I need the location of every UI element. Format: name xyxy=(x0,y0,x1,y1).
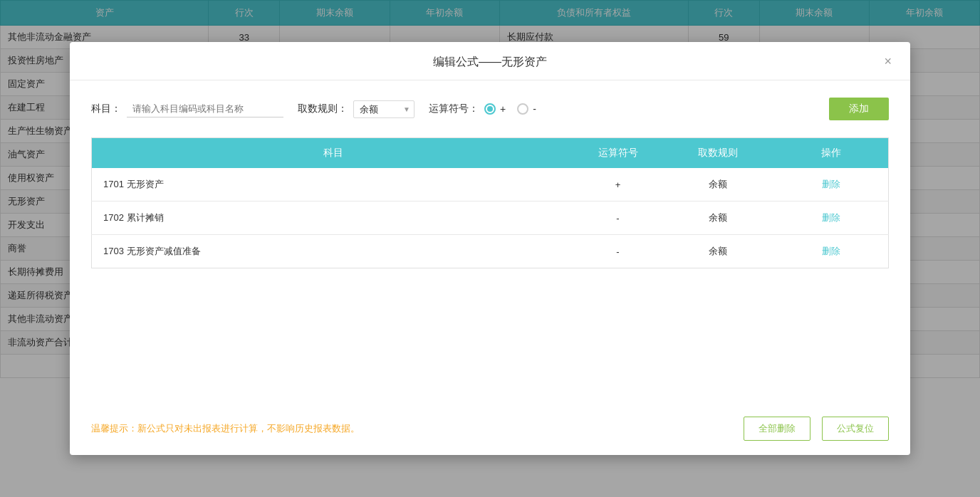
delete-row-button[interactable]: 删除 xyxy=(822,178,840,191)
modal-overlay: 编辑公式——无形资产 × 科目： 取数规则： 余额 借方 xyxy=(0,0,980,497)
operator-minus-item[interactable]: - xyxy=(517,103,536,115)
table-cell-operator: - xyxy=(575,235,661,268)
subject-form-group: 科目： xyxy=(91,100,283,117)
table-cell-action: 删除 xyxy=(775,235,889,268)
modal-dialog: 编辑公式——无形资产 × 科目： 取数规则： 余额 借方 xyxy=(70,42,910,455)
operator-minus-label: - xyxy=(533,103,536,115)
operator-plus-item[interactable]: + xyxy=(484,103,506,115)
table-cell-operator: + xyxy=(575,168,661,202)
table-cell-rule: 余额 xyxy=(661,202,775,235)
operator-radio-group: + - xyxy=(484,103,536,115)
operator-plus-radio xyxy=(484,103,496,115)
modal-footer: 温馨提示：新公式只对未出报表进行计算，不影响历史报表数据。 全部删除 公式复位 xyxy=(70,405,910,455)
tip-text: 温馨提示：新公式只对未出报表进行计算，不影响历史报表数据。 xyxy=(91,422,360,435)
rule-label: 取数规则： xyxy=(298,103,348,115)
delete-row-button[interactable]: 删除 xyxy=(822,245,840,258)
add-button[interactable]: 添加 xyxy=(829,98,889,120)
table-cell-subject: 1702 累计摊销 xyxy=(92,202,575,235)
table-row: 1702 累计摊销-余额删除 xyxy=(92,202,889,235)
table-header-operator: 运算符号 xyxy=(575,138,661,169)
table-cell-rule: 余额 xyxy=(661,235,775,268)
table-row: 1701 无形资产+余额删除 xyxy=(92,168,889,202)
delete-all-button[interactable]: 全部删除 xyxy=(744,417,810,441)
table-cell-subject: 1703 无形资产减值准备 xyxy=(92,235,575,268)
modal-header: 编辑公式——无形资产 × xyxy=(70,42,910,80)
modal-body: 科目： 取数规则： 余额 借方 贷方 借方累计 贷方累计 ▼ xyxy=(70,80,910,405)
table-cell-action: 删除 xyxy=(775,202,889,235)
formula-form-row: 科目： 取数规则： 余额 借方 贷方 借方累计 贷方累计 ▼ xyxy=(91,98,889,120)
table-header-action: 操作 xyxy=(775,138,889,169)
subject-label: 科目： xyxy=(91,103,121,115)
table-cell-action: 删除 xyxy=(775,168,889,202)
table-header-rule: 取数规则 xyxy=(661,138,775,169)
rule-form-group: 取数规则： 余额 借方 贷方 借方累计 贷方累计 ▼ xyxy=(298,100,415,118)
rule-select[interactable]: 余额 借方 贷方 借方累计 贷方累计 xyxy=(353,100,415,118)
modal-close-button[interactable]: × xyxy=(880,53,896,69)
operator-plus-label: + xyxy=(500,103,506,115)
formula-table: 科目 运算符号 取数规则 操作 1701 无形资产+余额删除1702 累计摊销-… xyxy=(91,137,889,268)
delete-row-button[interactable]: 删除 xyxy=(822,211,840,224)
table-header-subject: 科目 xyxy=(92,138,575,169)
modal-title: 编辑公式——无形资产 xyxy=(433,55,547,70)
rule-select-wrap: 余额 借方 贷方 借方累计 贷方累计 ▼ xyxy=(353,100,415,118)
subject-input[interactable] xyxy=(127,100,283,117)
table-cell-subject: 1701 无形资产 xyxy=(92,168,575,202)
operator-form-group: 运算符号： + - xyxy=(429,103,536,115)
operator-label: 运算符号： xyxy=(429,103,479,115)
footer-buttons: 全部删除 公式复位 xyxy=(744,417,889,441)
table-row: 1703 无形资产减值准备-余额删除 xyxy=(92,235,889,268)
table-cell-rule: 余额 xyxy=(661,168,775,202)
reset-formula-button[interactable]: 公式复位 xyxy=(822,417,889,441)
table-cell-operator: - xyxy=(575,202,661,235)
operator-minus-radio xyxy=(517,103,528,115)
